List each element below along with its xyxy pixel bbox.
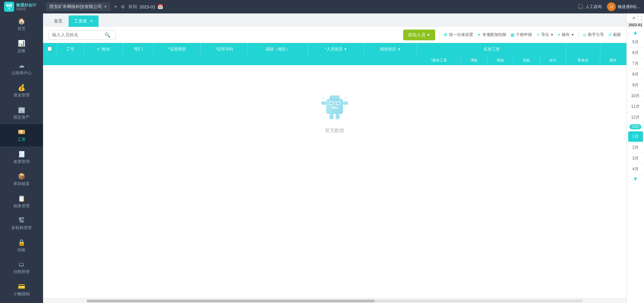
guide-action-icon: ◎ [583, 32, 586, 37]
multi-org-icon: 🏗 [18, 217, 25, 224]
month-item-12[interactable]: 12月 [627, 112, 644, 123]
month-item-10[interactable]: 10月 [627, 91, 644, 101]
username: 畅捷通B组... [618, 4, 640, 10]
col-person-status: *人员状态 ▼ [308, 43, 364, 55]
sidebar-item-settings[interactable]: ⚙ 基础设置 [0, 301, 43, 303]
panel-expand-button[interactable]: ⛶ [637, 15, 643, 21]
month-item-jan[interactable]: 1月 [628, 131, 643, 142]
month-item-8[interactable]: 8月 [627, 69, 644, 80]
col-number: 工号 [56, 43, 84, 55]
col-pension [566, 43, 600, 55]
guide-action[interactable]: ◎ 新手引导 [583, 32, 604, 38]
col-country: 国籍（地区） [248, 43, 308, 55]
col-checkbox[interactable] [43, 43, 56, 55]
period-label: 账期 [128, 4, 137, 10]
export-dropdown-icon: ▼ [551, 33, 554, 37]
sidebar-item-multi-org[interactable]: 🏗 多机构管理 [0, 213, 43, 235]
col-deduct: 扣款 [514, 55, 540, 65]
sidebar-item-funds[interactable]: 💰 资金管理 [0, 80, 43, 102]
search-icon: 🔍 [105, 32, 110, 38]
month-item-11[interactable]: 11月 [627, 101, 644, 112]
sidebar-item-inventory[interactable]: 📦 库存核算 [0, 169, 43, 191]
refresh-icon: ↺ [608, 32, 612, 37]
select-all-checkbox[interactable] [47, 47, 52, 51]
report-status-filter-icon[interactable]: ▼ [397, 47, 401, 51]
svg-rect-10 [343, 101, 348, 105]
empty-text: 暂无数据 [325, 128, 344, 134]
add-person-dropdown-icon: ▼ [427, 33, 430, 37]
sidebar-item-report[interactable]: ☁ 云报表中心 [0, 58, 43, 80]
assets-icon: 🏢 [18, 106, 25, 114]
sidebar-item-assets[interactable]: 🏢 固定资产 [0, 102, 43, 124]
person-status-filter-icon[interactable]: ▼ [344, 47, 347, 51]
refresh-action[interactable]: ↺ 刷新 [608, 32, 621, 38]
svg-rect-9 [321, 101, 326, 105]
svg-rect-1 [330, 95, 340, 100]
add-person-button[interactable]: 添加人员 ▼ [403, 30, 435, 40]
month-item-6[interactable]: 6月 [627, 48, 644, 58]
table-container[interactable]: 工号 ⇅ *姓名 *部门 *证照类型 *证照号码 国籍（地区） *人员状态 ▼ … [43, 43, 627, 298]
sidebar-item-invoice[interactable]: 🧾 发票管理 [0, 146, 43, 169]
headset-icon: 🎧 [577, 4, 584, 10]
funds-icon: 💰 [18, 84, 25, 91]
month-scroll-up[interactable]: ▲ [627, 28, 644, 37]
month-scroll-down[interactable]: ▼ [627, 175, 644, 183]
svg-rect-7 [330, 114, 334, 119]
inventory-icon: 📦 [18, 173, 25, 180]
month-item-mar[interactable]: 3月 [627, 153, 644, 164]
sidebar-item-ledger[interactable]: 📊 总账 [0, 36, 43, 58]
closing-icon: 🔒 [18, 239, 25, 246]
panel-close-button[interactable]: ✕ [631, 15, 637, 21]
tab-home[interactable]: 首页 [48, 15, 68, 27]
calendar-icon[interactable]: 📅 [157, 4, 163, 9]
year-badge: 2023 [630, 124, 641, 129]
toolbar-separator1 [439, 32, 440, 38]
tax-icon: 📋 [18, 195, 25, 202]
export-action[interactable]: ↗ 导出 ▼ [536, 32, 554, 38]
sidebar-item-tax[interactable]: 📋 税务管理 [0, 191, 43, 213]
search-input[interactable] [52, 32, 103, 37]
month-item-apr[interactable]: 4月 [627, 164, 644, 175]
month-item-5[interactable]: 5月 [627, 37, 644, 48]
sidebar: 🏠 首页 📊 总账 ☁ 云报表中心 💰 资金管理 🏢 固定资产 💴 工资 🧾 发… [0, 13, 43, 303]
empty-state: 暂无数据 [43, 65, 627, 161]
svg-rect-6 [331, 107, 338, 109]
sidebar-item-home[interactable]: 🏠 首页 [0, 13, 43, 36]
social-insurance-action[interactable]: ♻ 统一社保设置 [444, 32, 473, 38]
toolbar: 🔍 添加人员 ▼ ♻ 统一社保设置 ✦ 专项附加扣除 ▦ [43, 27, 627, 43]
operate-action[interactable]: ≡ 操作 ▼ [558, 32, 575, 38]
month-item-9[interactable]: 9月 [627, 80, 644, 91]
col-name: ⇅ *姓名 [84, 43, 123, 55]
expense-icon: 💳 [18, 283, 25, 290]
tax-report-action[interactable]: ▦ 个税申报 [510, 32, 532, 38]
month-item-7[interactable]: 7月 [627, 58, 644, 69]
sidebar-item-closing[interactable]: 🔒 结账 [0, 235, 43, 257]
sidebar-item-archive[interactable]: 🗂 归档管理 [0, 257, 43, 279]
service-button[interactable]: 🎧 人工咨询 [577, 4, 602, 10]
col-id-no: *证照号码 [201, 43, 248, 55]
search-box[interactable]: 🔍 [48, 30, 116, 40]
month-item-feb[interactable]: 2月 [627, 142, 644, 153]
logo: 畅捷 通 畅通好会计 旗舰版 [4, 2, 43, 12]
tab-close-icon[interactable]: ✕ [90, 19, 93, 24]
add-company-button[interactable]: + [114, 3, 118, 10]
tab-salary[interactable]: 工资表 ✕ [69, 15, 99, 27]
export-icon: ↗ [536, 32, 540, 37]
toolbar-separator2 [578, 32, 579, 38]
special-deduct-action[interactable]: ✦ 专项附加扣除 [477, 32, 506, 38]
salary-icon: 💴 [18, 128, 25, 136]
user-profile[interactable]: U 畅捷通B组... [607, 2, 640, 11]
svg-rect-5 [337, 103, 339, 104]
settings-icon[interactable]: ⚙ [121, 4, 125, 9]
horizontal-scrollbar[interactable] [43, 298, 627, 303]
tax-report-icon: ▦ [510, 32, 515, 37]
company-selector[interactable]: 西安矿米网络科技有限公司 ▼ [46, 2, 111, 11]
col-performance: 绩效 [487, 55, 513, 65]
sidebar-item-salary[interactable]: 💴 工资 [0, 124, 43, 146]
deduct-icon: ✦ [477, 32, 481, 37]
svg-rect-4 [330, 103, 332, 104]
ledger-icon: 📊 [18, 40, 25, 47]
sidebar-item-expense[interactable]: 💳 小畅报销 [0, 279, 43, 301]
operate-dropdown-icon: ▼ [571, 33, 574, 37]
home-icon: 🏠 [18, 17, 25, 25]
